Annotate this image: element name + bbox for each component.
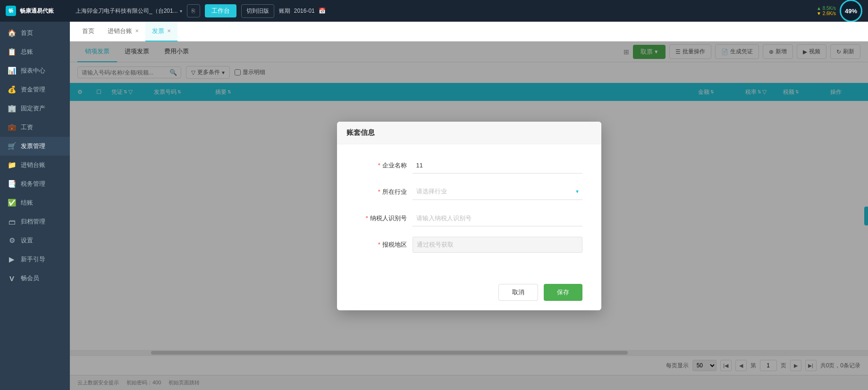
member-icon: V bbox=[8, 274, 16, 282]
sidebar-item-tax[interactable]: 📑 税务管理 bbox=[0, 174, 70, 193]
dialog-footer: 取消 保存 bbox=[337, 276, 601, 310]
sidebar-item-label: 报表中心 bbox=[21, 66, 45, 75]
period-display: 账期 2016-01 📅 bbox=[279, 7, 326, 15]
dialog-title: 账套信息 bbox=[337, 122, 601, 144]
tax-id-label: * 纳税人识别号 bbox=[356, 214, 413, 223]
sidebar-item-label: 发票管理 bbox=[21, 142, 45, 150]
sidebar-item-label: 结账 bbox=[21, 199, 33, 207]
report-icon: 📊 bbox=[8, 66, 16, 75]
app-title: 畅康通易代账 bbox=[20, 7, 54, 15]
modal-overlay: 账套信息 * 企业名称 * 所在行业 bbox=[70, 41, 868, 390]
content-area: 销项发票 进项发票 费用小票 ⊞ 取票 ▾ ☰ 批量操作 📄 bbox=[70, 41, 868, 390]
sidebar-item-home[interactable]: 🏠 首页 bbox=[0, 24, 70, 42]
company-name: 上海卯金刀电子科技有限公司_（台201... ▾ bbox=[76, 7, 182, 15]
sidebar-item-label: 新手引导 bbox=[21, 255, 45, 264]
sidebar-item-member[interactable]: V 畅会员 bbox=[0, 269, 70, 288]
tab-sales-ledger[interactable]: 进销台账 ✕ bbox=[101, 22, 145, 41]
tab-invoice[interactable]: 发票 ✕ bbox=[145, 22, 177, 41]
sidebar-nav: 🏠 首页 📋 总账 📊 报表中心 💰 资金管理 🏢 固定资产 💼 工资 🛒 发票… bbox=[0, 22, 70, 390]
sidebar-item-archive[interactable]: 🗃 归档管理 bbox=[0, 212, 70, 231]
sidebar-item-label: 进销台账 bbox=[21, 161, 45, 169]
workbench-button[interactable]: 工作台 bbox=[205, 4, 236, 17]
sidebar-item-label: 税务管理 bbox=[21, 180, 45, 188]
industry-label: * 所在行业 bbox=[356, 188, 413, 196]
sidebar-item-label: 设置 bbox=[21, 236, 33, 245]
ledger-icon: 📋 bbox=[8, 48, 16, 56]
topbar: 上海卯金刀电子科技有限公司_（台201... ▾ ⎘ 工作台 切到旧版 账期 2… bbox=[70, 0, 868, 22]
industry-placeholder: 请选择行业 bbox=[416, 187, 576, 196]
assets-icon: 🏢 bbox=[8, 104, 16, 113]
invoice-icon: 🛒 bbox=[8, 142, 16, 150]
tab-close-icon[interactable]: ✕ bbox=[167, 28, 171, 33]
sidebar-item-label: 固定资产 bbox=[21, 104, 45, 113]
calendar-icon[interactable]: 📅 bbox=[319, 8, 326, 14]
guide-icon: ▶ bbox=[8, 255, 16, 264]
company-name-input[interactable] bbox=[413, 158, 582, 174]
cancel-button[interactable]: 取消 bbox=[498, 284, 538, 301]
network-info: ▲ 8.5K/s ▼ 2.6K/s bbox=[817, 6, 836, 16]
sidebar-item-ledger[interactable]: 📋 总账 bbox=[0, 42, 70, 61]
upload-speed: ▲ 8.5K/s bbox=[817, 6, 836, 11]
tax-region-label: * 报税地区 bbox=[356, 241, 413, 249]
settings-icon: ⚙ bbox=[8, 236, 16, 245]
topbar-right: ▲ 8.5K/s ▼ 2.6K/s 49% bbox=[817, 0, 862, 22]
sidebar: 畅 畅康通易代账 🏠 首页 📋 总账 📊 报表中心 💰 资金管理 🏢 固定资产 … bbox=[0, 0, 70, 390]
speed-circle: 49% bbox=[840, 0, 862, 22]
tab-home[interactable]: 首页 bbox=[76, 22, 101, 41]
download-speed: ▼ 2.6K/s bbox=[817, 11, 836, 16]
sales-ledger-icon: 📁 bbox=[8, 161, 16, 169]
sidebar-item-label: 归档管理 bbox=[21, 217, 45, 226]
finance-icon: 💰 bbox=[8, 85, 16, 94]
company-name-label: * 企业名称 bbox=[356, 161, 413, 170]
sidebar-item-sales-ledger[interactable]: 📁 进销台账 bbox=[0, 156, 70, 174]
sidebar-item-assets[interactable]: 🏢 固定资产 bbox=[0, 99, 70, 118]
sidebar-item-closing[interactable]: ✅ 结账 bbox=[0, 193, 70, 212]
main-content: 上海卯金刀电子科技有限公司_（台201... ▾ ⎘ 工作台 切到旧版 账期 2… bbox=[70, 0, 868, 390]
chevron-down-icon: ▾ bbox=[576, 188, 579, 195]
tabbar: 首页 进销台账 ✕ 发票 ✕ bbox=[70, 22, 868, 41]
chevron-down-icon: ▾ bbox=[180, 8, 182, 14]
tax-id-input[interactable] bbox=[413, 210, 582, 226]
copy-icon[interactable]: ⎘ bbox=[187, 4, 200, 17]
switch-old-button[interactable]: 切到旧版 bbox=[241, 4, 274, 18]
closing-icon: ✅ bbox=[8, 199, 16, 207]
sidebar-header: 畅 畅康通易代账 bbox=[0, 0, 70, 22]
sidebar-item-finance[interactable]: 💰 资金管理 bbox=[0, 80, 70, 99]
sidebar-item-label: 总账 bbox=[21, 48, 33, 56]
sidebar-item-invoice-mgmt[interactable]: 🛒 发票管理 bbox=[0, 137, 70, 156]
dialog-body: * 企业名称 * 所在行业 请选择行业 ▾ bbox=[337, 144, 601, 276]
form-row-tax-region: * 报税地区 通过税号获取 bbox=[356, 237, 582, 253]
sidebar-item-guide[interactable]: ▶ 新手引导 bbox=[0, 250, 70, 269]
sidebar-item-label: 工资 bbox=[21, 123, 33, 132]
sidebar-item-salary[interactable]: 💼 工资 bbox=[0, 118, 70, 137]
industry-select[interactable]: 请选择行业 ▾ bbox=[413, 184, 582, 200]
form-row-tax-id: * 纳税人识别号 bbox=[356, 210, 582, 226]
sidebar-item-report[interactable]: 📊 报表中心 bbox=[0, 61, 70, 80]
sidebar-item-settings[interactable]: ⚙ 设置 bbox=[0, 231, 70, 250]
account-info-dialog: 账套信息 * 企业名称 * 所在行业 bbox=[337, 122, 601, 310]
sidebar-item-label: 畅会员 bbox=[21, 274, 39, 282]
app-logo: 畅 bbox=[6, 6, 16, 16]
form-row-company: * 企业名称 bbox=[356, 158, 582, 174]
archive-icon: 🗃 bbox=[8, 218, 16, 226]
save-button[interactable]: 保存 bbox=[544, 284, 582, 301]
tax-region-display: 通过税号获取 bbox=[413, 237, 582, 253]
salary-icon: 💼 bbox=[8, 123, 16, 132]
sidebar-item-label: 资金管理 bbox=[21, 85, 45, 94]
tab-close-icon[interactable]: ✕ bbox=[135, 28, 139, 33]
home-icon: 🏠 bbox=[8, 29, 16, 37]
tax-icon: 📑 bbox=[8, 180, 16, 188]
form-row-industry: * 所在行业 请选择行业 ▾ bbox=[356, 184, 582, 200]
sidebar-item-label: 首页 bbox=[21, 29, 33, 37]
